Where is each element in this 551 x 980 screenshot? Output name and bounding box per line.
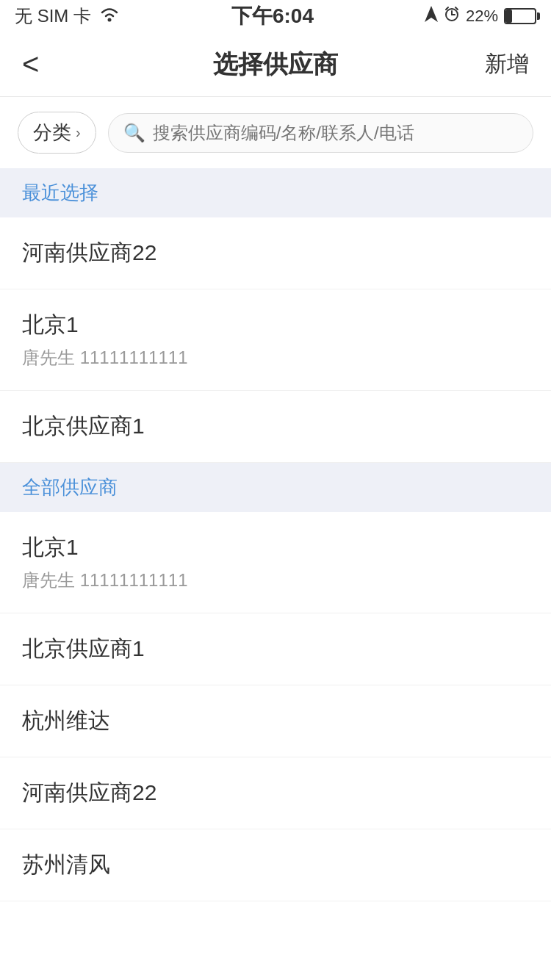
- search-box: 🔍: [108, 113, 533, 153]
- wifi-icon: [98, 6, 120, 26]
- status-right: 22%: [425, 6, 536, 26]
- item-name: 北京供应商1: [22, 411, 529, 442]
- list-item[interactable]: 河南供应商22: [0, 217, 551, 289]
- chevron-right-icon: ›: [76, 124, 81, 141]
- list-item[interactable]: 河南供应商22: [0, 757, 551, 829]
- item-name: 北京1: [22, 310, 529, 340]
- item-name: 杭州维达: [22, 706, 529, 736]
- no-sim-label: 无 SIM 卡: [15, 4, 91, 28]
- search-input[interactable]: [153, 123, 518, 143]
- all-section-label: 全部供应商: [22, 476, 118, 498]
- category-label: 分类: [33, 120, 71, 145]
- list-item[interactable]: 北京1唐先生 11111111111: [0, 512, 551, 613]
- location-icon: [425, 6, 438, 26]
- list-item[interactable]: 北京供应商1: [0, 391, 551, 463]
- status-bar: 无 SIM 卡 下午6:04 22%: [0, 0, 551, 32]
- status-time: 下午6:04: [231, 2, 314, 30]
- category-button[interactable]: 分类 ›: [18, 112, 96, 154]
- list-item[interactable]: 北京1唐先生 11111111111: [0, 289, 551, 391]
- filter-row: 分类 › 🔍: [0, 97, 551, 168]
- recent-section-label: 最近选择: [22, 181, 98, 203]
- nav-title: 选择供应商: [213, 48, 338, 82]
- add-button[interactable]: 新增: [485, 49, 529, 79]
- all-section-header: 全部供应商: [0, 463, 551, 512]
- status-left: 无 SIM 卡: [15, 4, 120, 28]
- nav-bar: < 选择供应商 新增: [0, 32, 551, 97]
- battery-icon: [504, 8, 536, 24]
- list-item[interactable]: 苏州清风: [0, 829, 551, 901]
- recent-section-header: 最近选择: [0, 168, 551, 217]
- back-button[interactable]: <: [22, 48, 66, 81]
- item-detail: 唐先生 11111111111: [22, 346, 529, 370]
- list-item[interactable]: 杭州维达: [0, 685, 551, 757]
- item-name: 北京供应商1: [22, 634, 529, 664]
- item-name: 北京1: [22, 533, 529, 563]
- search-icon: 🔍: [123, 123, 145, 143]
- recent-list: 河南供应商22北京1唐先生 11111111111北京供应商1: [0, 217, 551, 463]
- item-name: 苏州清风: [22, 850, 529, 880]
- item-detail: 唐先生 11111111111: [22, 569, 529, 592]
- battery-percent: 22%: [466, 7, 498, 26]
- list-item[interactable]: 北京供应商1: [0, 613, 551, 685]
- all-list: 北京1唐先生 11111111111北京供应商1杭州维达河南供应商22苏州清风: [0, 512, 551, 901]
- alarm-icon: [444, 6, 460, 26]
- item-name: 河南供应商22: [22, 238, 529, 268]
- svg-point-0: [108, 18, 112, 22]
- item-name: 河南供应商22: [22, 778, 529, 808]
